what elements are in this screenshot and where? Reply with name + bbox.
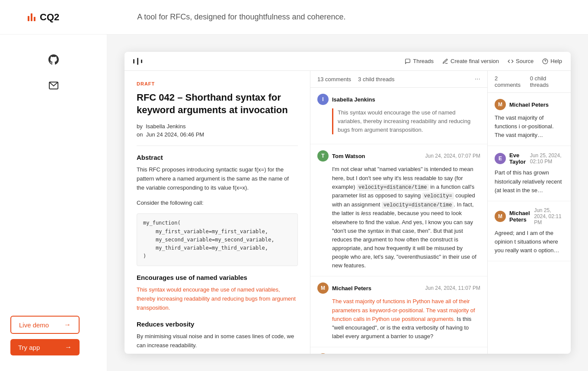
section2-title: Reduces verbosity [137,320,298,328]
comment-author-row: M Michael Peters Jun 24, 2024, 11:07 PM [317,282,480,294]
help-icon [542,58,548,64]
logo-bar-2 [31,13,32,21]
comment-author-row: T Tom Watson Jun 24, 2024, 07:07 PM [317,150,480,162]
section1-title: Encourages use of named variables [137,274,298,281]
comment-item: M Michael Peters Jun 24, 2024, 11:48 PM … [310,347,487,354]
rfc-date-meta: on Jun 24 2024, 06:46 PM [137,131,298,138]
rfc-date: Jun 24 2024, 06:46 PM [146,131,204,138]
topbar-bar-2 [137,58,138,65]
source-button[interactable]: Source [508,58,534,64]
comments-count: 13 comments 3 child threads [317,76,395,82]
comment-avatar: M [317,353,329,354]
live-demo-button[interactable]: Live demo → [10,316,80,334]
logo-bar-1 [28,16,29,21]
comments-header: 13 comments 3 child threads ··· [310,71,487,88]
code-inline: velocity= [422,193,454,200]
comment-author-name: Eve Taylor [509,152,527,165]
right-count-text: 2 comments [495,75,523,88]
rfc-author: Isabella Jenkins [146,123,186,130]
threads-label: Threads [413,58,434,64]
create-final-icon [442,58,448,64]
comment-author-name: Michael Peters [332,285,371,292]
comment-avatar: E [495,153,506,164]
right-panel: 2 comments 0 child threads M Michael Pet… [488,71,571,354]
comments-count-text: 13 comments [317,76,351,82]
comment-author-name: Tom Watson [332,153,365,159]
help-label: Help [550,58,562,64]
comment-avatar: I [317,94,329,105]
tagline: A tool for RFCs, designed for thoughtful… [137,13,345,22]
code-inline: velocity=distance/time [382,202,454,209]
section1-text: This syntax would encourage the use of n… [137,285,298,312]
rfc-title: RFC 042 – Shorthand syntax for keyword a… [137,92,298,116]
create-final-label: Create final version [451,58,499,64]
rfc-divider [137,146,298,146]
app-body: DRAFT RFC 042 – Shorthand syntax for key… [125,71,571,354]
abstract-text: This RFC proposes introducing syntactic … [137,165,298,192]
comment-author-row: M Michael Peters [495,99,564,110]
right-comments-count: 2 comments 0 child threads [495,75,564,88]
comment-author-row: E Eve Taylor Jun 25, 2024, 02:10 PM [495,152,564,165]
comment-avatar: M [495,99,506,110]
help-button[interactable]: Help [542,58,562,64]
source-icon [508,58,514,64]
on-label: on [137,131,143,138]
comment-highlight-border: This syntax would encourage the use of n… [332,108,480,134]
app-topbar: Threads Create final version Source [125,52,571,71]
topbar-bar-3 [141,60,142,63]
comment-author-row: I Isabella Jenkins [317,94,480,105]
rfc-code-block: my_function( my_first_variable=my_first_… [137,213,298,266]
child-threads-text: 3 child threads [358,76,395,82]
logo-text: CQ2 [40,12,59,23]
right-child-threads: 0 child threads [530,75,564,88]
try-app-arrow-icon: → [65,343,72,351]
live-demo-label: Live demo [19,321,49,329]
right-comment-item: M Michael Peters The vast majority of fu… [488,93,571,146]
logo-area: CQ2 [28,12,59,23]
github-icon[interactable] [46,52,61,67]
comments-more-icon[interactable]: ··· [475,75,480,83]
threads-button[interactable]: Threads [405,58,434,64]
right-comment-text: Part of this has grown historically rela… [495,168,564,194]
code-pre: my_function( my_first_variable=my_first_… [143,219,291,260]
app-mockup: Threads Create final version Source [125,52,571,354]
comments-panel: 13 comments 3 child threads ··· I Isabel… [310,71,488,354]
source-label: Source [516,58,534,64]
comment-avatar: M [495,211,506,222]
comment-author-name: Michael Peters [509,101,549,108]
code-inline: velocity=distance/time [357,184,428,191]
comment-item: T Tom Watson Jun 24, 2024, 07:07 PM I'm … [310,144,487,276]
comment-quoted: The vast majority of functions in Python… [332,298,475,322]
comment-author-name: Michael Peters [509,210,530,223]
right-panel-header: 2 comments 0 child threads [488,71,571,93]
main-layout: Live demo → Try app → [0,35,588,371]
comment-author-row: M Michael Peters Jun 24, 2024, 11:48 PM [317,353,480,354]
sidebar-buttons: Live demo → Try app → [0,309,107,362]
right-comment-text: Agreed; and I am of the opinion t situat… [495,229,564,255]
threads-icon [405,58,411,64]
content-area: Threads Create final version Source [107,35,588,371]
try-app-label: Try app [18,344,40,351]
logo-bars-icon [28,13,35,21]
app-topbar-right: Threads Create final version Source [405,58,562,64]
right-comment-text: The vast majority of functions i or-posi… [495,114,564,140]
comment-author-name: Isabella Jenkins [332,96,375,103]
github-svg [48,54,59,65]
comment-date: Jun 25, 2024, 02:10 PM [530,152,564,165]
create-final-button[interactable]: Create final version [442,58,499,64]
comment-item: I Isabella Jenkins This syntax would enc… [310,88,487,144]
sidebar: Live demo → Try app → [0,35,107,371]
rfc-panel: DRAFT RFC 042 – Shorthand syntax for key… [125,71,310,354]
try-app-button[interactable]: Try app → [10,339,80,355]
comment-avatar: T [317,150,329,162]
sidebar-icons [0,43,107,309]
live-demo-arrow-icon: → [64,321,71,329]
app-topbar-left [133,58,142,65]
right-comment-item: M Michael Peters Jun 25, 2024, 02:11 PM … [488,201,571,261]
comment-quoted-text: This syntax would encourage the use of n… [338,108,480,134]
mail-svg [48,80,59,91]
comment-date: Jun 24, 2024, 07:07 PM [425,153,480,159]
comment-text: The vast majority of functions in Python… [317,297,480,341]
abstract-title: Abstract [137,154,298,161]
mail-icon[interactable] [46,78,61,93]
